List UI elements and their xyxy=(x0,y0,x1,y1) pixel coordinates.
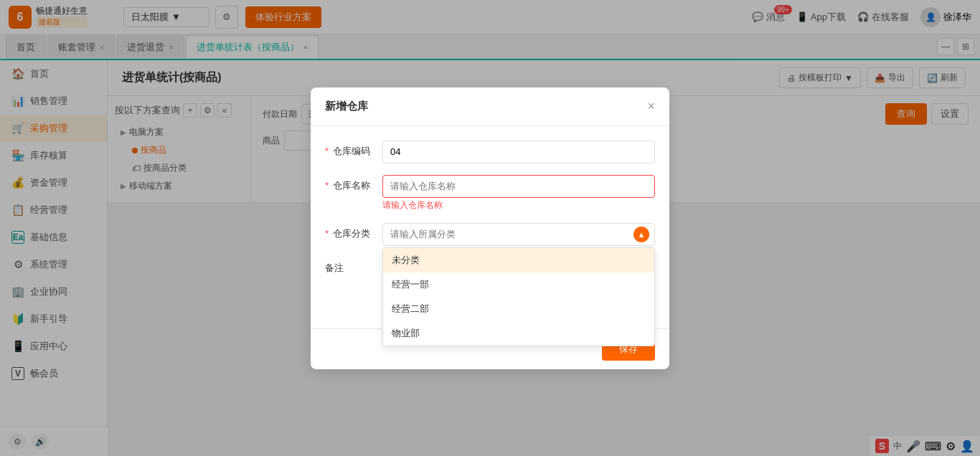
code-control xyxy=(382,141,655,163)
select-toggle-button[interactable]: ▲ xyxy=(633,227,649,242)
category-dropdown: 未分类 经营一部 经营二部 物业部 xyxy=(382,247,655,346)
dropdown-item-3[interactable]: 物业部 xyxy=(383,321,654,346)
category-label: * 仓库分类 xyxy=(325,223,382,240)
name-control: 请输入仓库名称 xyxy=(382,175,655,212)
code-label: * 仓库编码 xyxy=(325,141,382,158)
modal-close-button[interactable]: × xyxy=(647,99,655,114)
modal-title: 新增仓库 xyxy=(325,100,368,113)
new-warehouse-modal: 新增仓库 × * 仓库编码 * 仓库名称 xyxy=(311,87,669,369)
note-label: 备注 xyxy=(325,257,382,275)
dropdown-item-0[interactable]: 未分类 xyxy=(383,248,654,272)
category-field: * 仓库分类 ▲ 未分类 经营一部 经营二部 物业部 xyxy=(325,223,655,246)
dropdown-item-2[interactable]: 经营二部 xyxy=(383,297,654,321)
category-control: ▲ 未分类 经营一部 经营二部 物业部 xyxy=(382,223,655,246)
code-field: * 仓库编码 xyxy=(325,141,655,163)
modal-overlay: 新增仓库 × * 仓库编码 * 仓库名称 xyxy=(0,0,980,456)
modal-header: 新增仓库 × xyxy=(311,87,669,126)
modal-body: * 仓库编码 * 仓库名称 请输入仓库名称 xyxy=(311,126,669,328)
name-field: * 仓库名称 请输入仓库名称 xyxy=(325,175,655,212)
name-input[interactable] xyxy=(382,175,655,198)
code-input[interactable] xyxy=(382,141,655,163)
category-input[interactable] xyxy=(382,223,655,246)
name-error-msg: 请输入仓库名称 xyxy=(382,199,655,212)
dropdown-item-1[interactable]: 经营一部 xyxy=(383,272,654,297)
name-label: * 仓库名称 xyxy=(325,175,382,192)
